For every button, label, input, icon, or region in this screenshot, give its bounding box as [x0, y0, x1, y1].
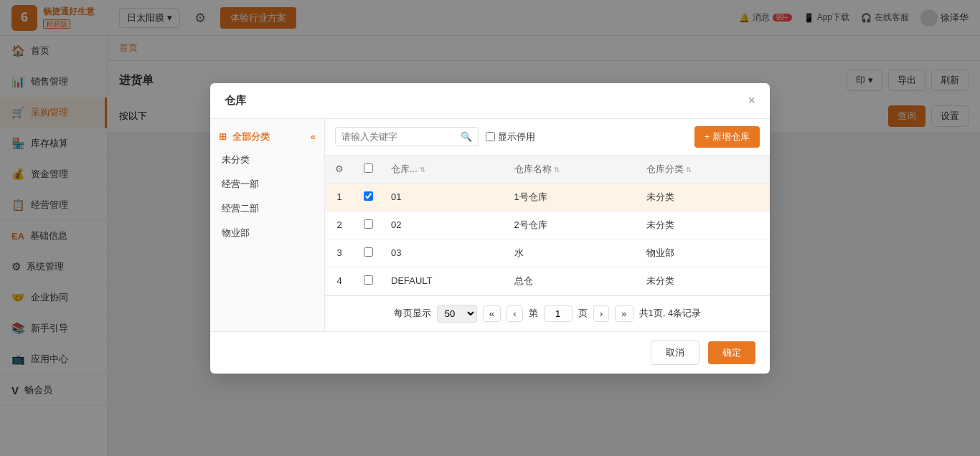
- new-warehouse-button[interactable]: + 新增仓库: [694, 126, 760, 148]
- col-gear: ⚙: [325, 156, 354, 184]
- col-code: 仓库... ⇅: [382, 156, 506, 184]
- table-panel: 🔍 显示停用 + 新增仓库 ⚙ 仓库... ⇅ 仓库名称 ⇅ 仓库分类 ⇅: [325, 119, 770, 331]
- col-category: 仓库分类 ⇅: [638, 156, 770, 184]
- collapse-icon[interactable]: «: [311, 131, 316, 142]
- row-checkbox[interactable]: [354, 183, 382, 211]
- next-page-button[interactable]: ›: [593, 305, 609, 322]
- category-panel: ⊞ 全部分类 « 未分类 经营一部 经营二部 物业部: [210, 119, 325, 331]
- row-index: 2: [325, 211, 354, 239]
- all-categories-label: ⊞ 全部分类: [219, 130, 270, 143]
- search-icon[interactable]: 🔍: [455, 128, 478, 146]
- row-category: 未分类: [638, 211, 770, 239]
- warehouse-modal: 仓库 × ⊞ 全部分类 « 未分类 经营一部 经营二部 物业部: [210, 83, 770, 374]
- show-disabled-label: 显示停用: [498, 130, 535, 143]
- col-name: 仓库名称 ⇅: [506, 156, 638, 184]
- table-row[interactable]: 1 01 1号仓库 未分类: [325, 183, 770, 211]
- confirm-button[interactable]: 确定: [708, 341, 755, 364]
- row-index: 4: [325, 267, 354, 295]
- row-code: 01: [382, 183, 506, 211]
- per-page-label: 每页显示: [394, 307, 431, 320]
- per-page-select[interactable]: 50 20 100: [437, 305, 477, 323]
- modal-close-button[interactable]: ×: [748, 93, 755, 108]
- pagination: 每页显示 50 20 100 « ‹ 第 页 › » 共1页, 4条记录: [325, 295, 770, 331]
- row-code: 03: [382, 239, 506, 267]
- last-page-button[interactable]: »: [615, 305, 633, 322]
- category-item-property[interactable]: 物业部: [210, 221, 324, 245]
- prev-page-button[interactable]: ‹: [507, 305, 522, 322]
- category-item-unclassified[interactable]: 未分类: [210, 148, 324, 172]
- show-disabled-checkbox[interactable]: 显示停用: [486, 130, 535, 143]
- page-prefix: 第: [529, 307, 538, 320]
- row-code: 02: [382, 211, 506, 239]
- category-item-dept1[interactable]: 经营一部: [210, 172, 324, 196]
- category-item-dept2[interactable]: 经营二部: [210, 196, 324, 221]
- modal-footer: 取消 确定: [210, 331, 770, 374]
- table-scroll: ⚙ 仓库... ⇅ 仓库名称 ⇅ 仓库分类 ⇅ 1 01 1号仓库 未分类 2 …: [325, 156, 770, 295]
- table-row[interactable]: 4 DEFAULT 总仓 未分类: [325, 267, 770, 295]
- row-code: DEFAULT: [382, 267, 506, 295]
- cancel-button[interactable]: 取消: [651, 341, 699, 365]
- modal-overlay: 仓库 × ⊞ 全部分类 « 未分类 经营一部 经营二部 物业部: [0, 0, 980, 456]
- row-checkbox[interactable]: [354, 211, 382, 239]
- show-disabled-check[interactable]: [486, 132, 495, 141]
- row-name: 总仓: [506, 267, 638, 295]
- page-suffix: 页: [578, 307, 588, 320]
- row-category: 未分类: [638, 267, 770, 295]
- col-checkbox-header: [354, 156, 382, 184]
- row-category: 物业部: [638, 239, 770, 267]
- table-toolbar: 🔍 显示停用 + 新增仓库: [325, 119, 770, 156]
- row-checkbox[interactable]: [354, 267, 382, 295]
- table-row[interactable]: 3 03 水 物业部: [325, 239, 770, 267]
- row-name: 1号仓库: [506, 183, 638, 211]
- row-checkbox[interactable]: [354, 239, 382, 267]
- row-index: 1: [325, 183, 354, 211]
- row-category: 未分类: [638, 183, 770, 211]
- search-input-wrap: 🔍: [335, 127, 479, 146]
- search-input[interactable]: [336, 128, 455, 146]
- row-name: 2号仓库: [506, 211, 638, 239]
- first-page-button[interactable]: «: [483, 305, 501, 322]
- table-row[interactable]: 2 02 2号仓库 未分类: [325, 211, 770, 239]
- modal-body: ⊞ 全部分类 « 未分类 经营一部 经营二部 物业部 🔍: [210, 119, 770, 331]
- total-label: 共1页, 4条记录: [639, 307, 702, 320]
- modal-header: 仓库 ×: [210, 83, 770, 119]
- modal-title: 仓库: [225, 94, 246, 108]
- category-header[interactable]: ⊞ 全部分类 «: [210, 126, 324, 148]
- row-index: 3: [325, 239, 354, 267]
- row-name: 水: [506, 239, 638, 267]
- page-number-input[interactable]: [544, 305, 573, 322]
- warehouse-table: ⚙ 仓库... ⇅ 仓库名称 ⇅ 仓库分类 ⇅ 1 01 1号仓库 未分类 2 …: [325, 156, 770, 295]
